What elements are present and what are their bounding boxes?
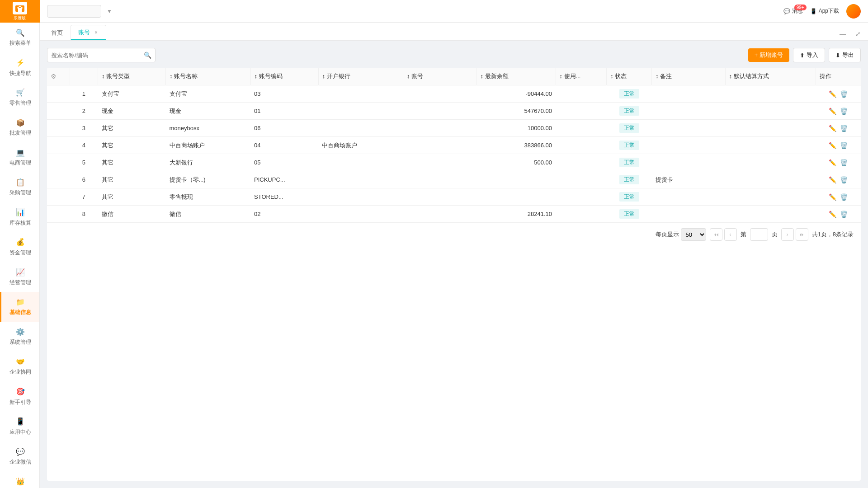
- row-balance: 500.00: [476, 154, 556, 171]
- row-remark: [652, 137, 726, 154]
- svg-rect-1: [18, 8, 22, 12]
- next-page-btn[interactable]: ›: [781, 228, 794, 241]
- topbar-msg[interactable]: 💬 消息 99+: [783, 7, 803, 15]
- row-use: [556, 137, 607, 154]
- sidebar-item-sys-mgmt[interactable]: ⚙️系统管理: [0, 322, 39, 352]
- sidebar-item-corp-agreement[interactable]: 🤝企业协同: [0, 352, 39, 381]
- sidebar-item-retail-mgmt[interactable]: 🛒零售管理: [0, 82, 39, 112]
- user-avatar[interactable]: [846, 4, 861, 19]
- row-action: ✏️ 🗑️: [816, 206, 861, 223]
- row-status: 正常: [607, 85, 652, 103]
- sidebar-item-capital-mgmt[interactable]: 💰资金管理: [0, 232, 39, 262]
- th-code[interactable]: ↕ 账号编码: [250, 68, 318, 85]
- sidebar-item-wholesale-mgmt[interactable]: 📦批发管理: [0, 113, 39, 142]
- delete-icon[interactable]: 🗑️: [840, 211, 848, 218]
- th-bank[interactable]: ↕ 开户银行: [318, 68, 403, 85]
- sidebar-item-ops-mgmt[interactable]: 📈经营管理: [0, 262, 39, 292]
- column-settings-icon[interactable]: ⚙: [51, 73, 57, 80]
- edit-icon[interactable]: ✏️: [829, 211, 836, 218]
- row-default: [725, 137, 816, 154]
- sidebar-label-purchase-mgmt: 采购管理: [9, 189, 31, 197]
- row-account: [403, 137, 477, 154]
- page-number-input[interactable]: 1: [750, 228, 768, 241]
- row-use: [556, 85, 607, 103]
- row-gear: [47, 85, 70, 103]
- tab-minimize-btn[interactable]: —: [836, 28, 849, 40]
- search-input[interactable]: [51, 52, 144, 59]
- th-name[interactable]: ↕ 账号名称: [166, 68, 251, 85]
- sidebar-item-ecom-mgmt[interactable]: 💻电商管理: [0, 142, 39, 172]
- sidebar-item-search-menu[interactable]: 🔍搜索菜单: [0, 23, 39, 52]
- th-remark[interactable]: ↕ 备注: [652, 68, 726, 85]
- sidebar-icon-search-menu: 🔍: [16, 28, 25, 38]
- th-account[interactable]: ↕ 账号: [403, 68, 477, 85]
- topbar-left: ▼: [47, 5, 112, 18]
- edit-icon[interactable]: ✏️: [829, 108, 836, 115]
- edit-icon[interactable]: ✏️: [829, 142, 836, 149]
- edit-icon[interactable]: ✏️: [829, 125, 836, 132]
- row-account: [403, 120, 477, 137]
- import-button[interactable]: ⬆ 导入: [793, 48, 825, 62]
- tab-home[interactable]: 首页: [43, 25, 71, 40]
- tab-expand-btn[interactable]: ⤢: [852, 28, 864, 40]
- export-button[interactable]: ⬇ 导出: [829, 48, 861, 62]
- sidebar-item-new-guide[interactable]: 🎯新手引导: [0, 381, 39, 411]
- row-use: [556, 171, 607, 188]
- delete-icon[interactable]: 🗑️: [840, 176, 848, 183]
- tab-account[interactable]: 账号×: [71, 25, 106, 40]
- row-account: [403, 171, 477, 188]
- delete-icon[interactable]: 🗑️: [840, 108, 848, 115]
- delete-icon[interactable]: 🗑️: [840, 125, 848, 132]
- th-default[interactable]: ↕ 默认结算方式: [725, 68, 816, 85]
- sidebar-item-inventory[interactable]: 📊库存核算: [0, 202, 39, 232]
- sidebar-item-purchase-mgmt[interactable]: 📋采购管理: [0, 172, 39, 202]
- prev-page-btn[interactable]: ‹: [724, 228, 737, 241]
- tab-close-account[interactable]: ×: [94, 29, 99, 36]
- th-use[interactable]: ↕ 使用...: [556, 68, 607, 85]
- row-status: 正常: [607, 137, 652, 154]
- delete-icon[interactable]: 🗑️: [840, 193, 848, 201]
- page-size-select[interactable]: 102050100: [681, 228, 706, 241]
- edit-icon[interactable]: ✏️: [829, 176, 836, 183]
- sidebar-item-quick-nav[interactable]: ⚡快捷导航: [0, 52, 39, 82]
- sidebar-item-corp-wechat[interactable]: 💬企业微信: [0, 441, 39, 471]
- sidebar-label-ops-mgmt: 经营管理: [9, 279, 31, 286]
- search-box[interactable]: 🔍: [47, 48, 156, 62]
- row-code: 04: [250, 137, 318, 154]
- sidebar-label-quick-nav: 快捷导航: [9, 70, 31, 77]
- sidebar-icon-quick-nav: ⚡: [16, 58, 25, 68]
- delete-icon[interactable]: 🗑️: [840, 159, 848, 166]
- add-account-button[interactable]: + 新增账号: [748, 48, 789, 62]
- first-page-btn[interactable]: ⏮: [710, 228, 722, 241]
- edit-icon[interactable]: ✏️: [829, 159, 836, 166]
- row-code: STORED...: [250, 188, 318, 206]
- delete-icon[interactable]: 🗑️: [840, 142, 848, 149]
- sidebar-item-basic-info[interactable]: 📁基础信息: [0, 292, 39, 322]
- row-account: [403, 206, 477, 223]
- sidebar-item-member[interactable]: 👑畅会员: [0, 471, 39, 488]
- row-type: 微信: [98, 206, 166, 223]
- delete-icon[interactable]: 🗑️: [840, 90, 848, 98]
- topbar-search-input[interactable]: [47, 5, 101, 18]
- sidebar-item-app-center[interactable]: 📱应用中心: [0, 411, 39, 441]
- th-balance[interactable]: ↕ 最新余额: [476, 68, 556, 85]
- table-row: 7 其它 零售抵现 STORED... 正常 ✏️ 🗑️: [47, 188, 861, 206]
- th-type[interactable]: ↕ 账号类型: [98, 68, 166, 85]
- tab-label-home: 首页: [51, 29, 63, 37]
- topbar-right: 💬 消息 99+ 📱 App下载: [783, 4, 861, 19]
- edit-icon[interactable]: ✏️: [829, 90, 836, 98]
- sidebar-icon-member: 👑: [16, 477, 25, 487]
- content-area: 🔍 + 新增账号 ⬆ 导入 ⬇ 导出 ⚙: [40, 41, 868, 488]
- topbar-chevron-icon[interactable]: ▼: [107, 8, 112, 14]
- th-status[interactable]: ↕ 状态: [607, 68, 652, 85]
- status-badge: 正常: [619, 106, 639, 116]
- edit-icon[interactable]: ✏️: [829, 193, 836, 201]
- sidebar: 乐雁版 🔍搜索菜单⚡快捷导航🛒零售管理📦批发管理💻电商管理📋采购管理📊库存核算💰…: [0, 0, 40, 488]
- status-badge: 正常: [619, 123, 639, 133]
- last-page-btn[interactable]: ⏭: [796, 228, 808, 241]
- topbar-app-download[interactable]: 📱 App下载: [810, 7, 839, 15]
- row-type: 现金: [98, 103, 166, 120]
- row-status: 正常: [607, 206, 652, 223]
- sidebar-icon-corp-agreement: 🤝: [16, 357, 25, 367]
- sidebar-icon-sys-mgmt: ⚙️: [16, 327, 25, 337]
